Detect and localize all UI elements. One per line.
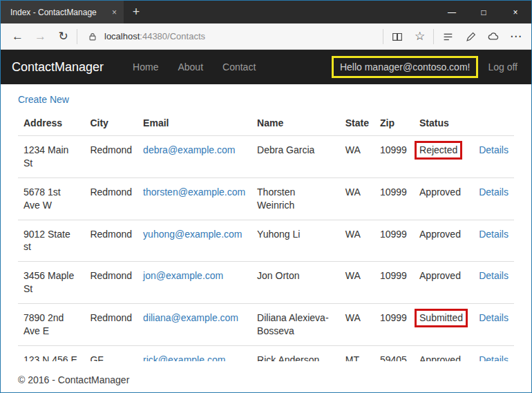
status-badge-highlighted: Rejected xyxy=(415,141,462,160)
tab-title: Index - ContactManage xyxy=(10,8,106,17)
cell-zip: 10999 xyxy=(374,262,414,304)
cell-zip: 10999 xyxy=(374,304,414,346)
nav-item-about[interactable]: About xyxy=(168,61,213,73)
browser-tab[interactable]: Index - ContactManage × xyxy=(1,1,124,23)
details-link[interactable]: Details xyxy=(479,270,509,281)
cell-city: Redmond xyxy=(84,220,137,262)
cell-address: 7890 2nd Ave E xyxy=(18,304,84,346)
url-path: :44380/Contacts xyxy=(140,31,205,41)
share-icon[interactable] xyxy=(482,25,504,48)
cell-address: 1234 Main St xyxy=(18,136,84,178)
email-link[interactable]: rick@example.com xyxy=(143,354,225,361)
cell-state: WA xyxy=(340,136,374,178)
contacts-table: Address City Email Name State Zip Status… xyxy=(18,111,514,361)
details-link[interactable]: Details xyxy=(479,229,509,240)
user-greeting[interactable]: Hello manager@contoso.com! xyxy=(332,56,479,78)
reading-view-icon[interactable] xyxy=(386,25,408,48)
status-badge: Approved xyxy=(419,354,461,361)
divider xyxy=(383,29,383,44)
table-row: 1234 Main St Redmond debra@example.com D… xyxy=(18,136,514,178)
divider xyxy=(77,29,77,44)
cell-zip: 59405 xyxy=(374,345,414,361)
window-close-button[interactable]: × xyxy=(500,1,531,23)
tab-bar: Index - ContactManage × + — □ × xyxy=(1,1,531,23)
status-badge: Approved xyxy=(419,186,461,198)
cell-zip: 10999 xyxy=(374,220,414,262)
navbar-right: Hello manager@contoso.com! Log off xyxy=(332,56,520,78)
details-link[interactable]: Details xyxy=(479,312,509,323)
maximize-button[interactable]: □ xyxy=(468,1,500,23)
status-badge: Approved xyxy=(419,229,461,240)
email-link[interactable]: yuhong@example.com xyxy=(143,229,242,240)
log-off-link[interactable]: Log off xyxy=(488,61,520,73)
refresh-icon[interactable]: ↻ xyxy=(52,25,75,48)
cell-name: Rick Anderson xyxy=(251,345,340,361)
cell-name: Debra Garcia xyxy=(251,136,340,178)
details-link[interactable]: Details xyxy=(479,144,509,155)
status-badge: Approved xyxy=(419,270,461,281)
cell-city: Redmond xyxy=(84,136,137,178)
cell-name: Thorsten Weinrich xyxy=(251,178,340,220)
cell-address: 9012 State st xyxy=(18,220,84,262)
page-footer: © 2016 - ContactManager xyxy=(1,361,531,392)
email-link[interactable]: jon@example.com xyxy=(143,270,223,281)
cell-address: 5678 1st Ave W xyxy=(18,178,84,220)
col-header-zip: Zip xyxy=(374,111,414,136)
cell-name: Jon Orton xyxy=(251,262,340,304)
tab-close-icon[interactable]: × xyxy=(112,8,117,17)
cell-state: WA xyxy=(340,178,374,220)
col-header-actions xyxy=(473,111,514,136)
cell-city: GF xyxy=(84,345,137,361)
cell-address: 3456 Maple St xyxy=(18,262,84,304)
site-navbar: ContactManager Home About Contact Hello … xyxy=(1,50,531,84)
cell-name: Diliana Alexieva-Bosseva xyxy=(251,304,340,346)
status-badge-highlighted: Submitted xyxy=(415,309,468,327)
table-row: 3456 Maple St Redmond jon@example.com Jo… xyxy=(18,262,514,304)
back-icon[interactable]: ← xyxy=(6,25,29,48)
cell-state: WA xyxy=(340,262,374,304)
details-link[interactable]: Details xyxy=(479,354,509,361)
cell-city: Redmond xyxy=(84,178,137,220)
cell-state: MT xyxy=(340,345,374,361)
col-header-name: Name xyxy=(251,111,340,136)
col-header-city: City xyxy=(84,111,137,136)
cell-name: Yuhong Li xyxy=(251,220,340,262)
col-header-status: Status xyxy=(414,111,473,136)
cell-zip: 10999 xyxy=(374,178,414,220)
cell-state: WA xyxy=(340,304,374,346)
lock-icon[interactable] xyxy=(86,30,99,43)
brand-link[interactable]: ContactManager xyxy=(12,60,104,75)
favorites-star-icon[interactable]: ☆ xyxy=(408,25,431,48)
cell-city: Redmond xyxy=(84,262,137,304)
nav-item-contact[interactable]: Contact xyxy=(213,61,265,73)
web-note-pen-icon[interactable] xyxy=(459,25,482,48)
table-row: 9012 State st Redmond yuhong@example.com… xyxy=(18,220,514,262)
table-row: 7890 2nd Ave E Redmond diliana@example.c… xyxy=(18,304,514,346)
cell-zip: 10999 xyxy=(374,136,414,178)
cell-state: WA xyxy=(340,220,374,262)
url-input[interactable]: localhost:44380/Contacts xyxy=(79,26,381,47)
col-header-state: State xyxy=(340,111,374,136)
email-link[interactable]: thorsten@example.com xyxy=(143,186,245,198)
address-bar: ← → ↻ localhost:44380/Contacts ☆ xyxy=(1,23,531,50)
email-link[interactable]: debra@example.com xyxy=(143,144,235,155)
url-host: localhost xyxy=(104,31,140,41)
details-link[interactable]: Details xyxy=(479,186,509,198)
create-new-link[interactable]: Create New xyxy=(18,94,69,105)
col-header-address: Address xyxy=(18,111,84,136)
col-header-email: Email xyxy=(137,111,251,136)
browser-window: Index - ContactManage × + — □ × ← → ↻ lo… xyxy=(0,0,532,393)
table-header-row: Address City Email Name State Zip Status xyxy=(18,111,514,136)
cell-address: 123 N 456 E xyxy=(18,345,84,361)
nav-item-home[interactable]: Home xyxy=(123,61,168,73)
more-options-icon[interactable]: ⋯ xyxy=(504,25,527,48)
hub-icon[interactable] xyxy=(436,25,459,48)
new-tab-button[interactable]: + xyxy=(124,1,149,23)
email-link[interactable]: diliana@example.com xyxy=(143,312,238,323)
divider xyxy=(433,29,434,44)
minimize-button[interactable]: — xyxy=(436,1,468,23)
page-content: Create New Address City Email Name State… xyxy=(1,84,531,361)
table-row: 123 N 456 E GF rick@example.com Rick And… xyxy=(18,345,514,361)
url-text: localhost:44380/Contacts xyxy=(104,31,205,41)
forward-icon: → xyxy=(29,25,52,48)
